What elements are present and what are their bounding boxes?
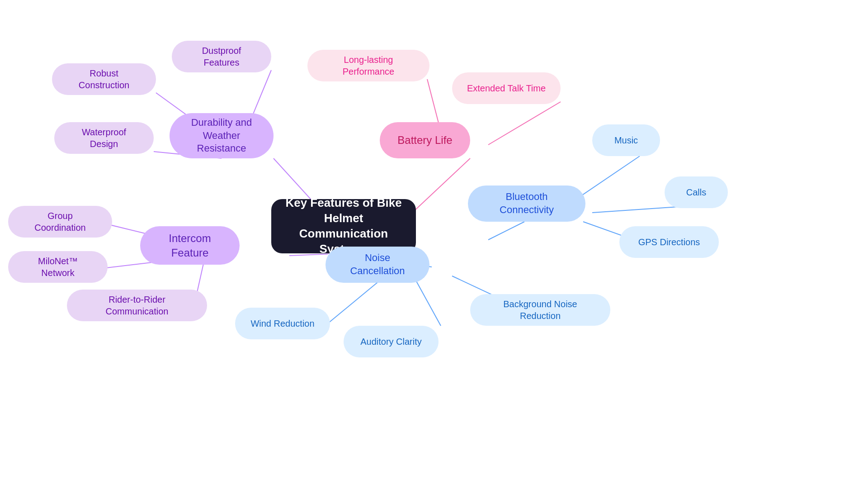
svg-line-12 [328, 281, 380, 323]
waterproof-node: Waterproof Design [54, 122, 154, 154]
calls-node: Calls [665, 176, 728, 208]
longlasting-node: Long-lasting Performance [307, 50, 429, 81]
rider-to-rider-node: Rider-to-Rider Communication [67, 290, 207, 321]
svg-line-6 [488, 102, 561, 145]
robust-node: Robust Construction [52, 63, 156, 95]
svg-line-18 [197, 264, 203, 294]
group-coord-node: Group Coordination [8, 206, 112, 238]
music-node: Music [592, 124, 660, 156]
center-node: Key Features of Bike Helmet Communicatio… [271, 199, 416, 253]
gps-node: GPS Directions [619, 226, 719, 258]
noise-node: Noise Cancellation [326, 247, 429, 283]
milonet-node: MiloNet™ Network [8, 251, 108, 283]
svg-line-7 [488, 222, 524, 240]
battery-node: Battery Life [380, 122, 470, 158]
auditory-node: Auditory Clarity [344, 326, 439, 357]
durability-node: Durability and Weather Resistance [170, 113, 274, 158]
background-noise-node: Background Noise Reduction [470, 294, 610, 326]
extended-talk-node: Extended Talk Time [452, 72, 561, 104]
wind-node: Wind Reduction [235, 308, 330, 339]
bluetooth-node: Bluetooth Connectivity [468, 186, 585, 222]
dustproof-node: Dustproof Features [172, 41, 271, 72]
svg-line-13 [416, 281, 441, 326]
intercom-node: Intercom Feature [140, 226, 240, 265]
